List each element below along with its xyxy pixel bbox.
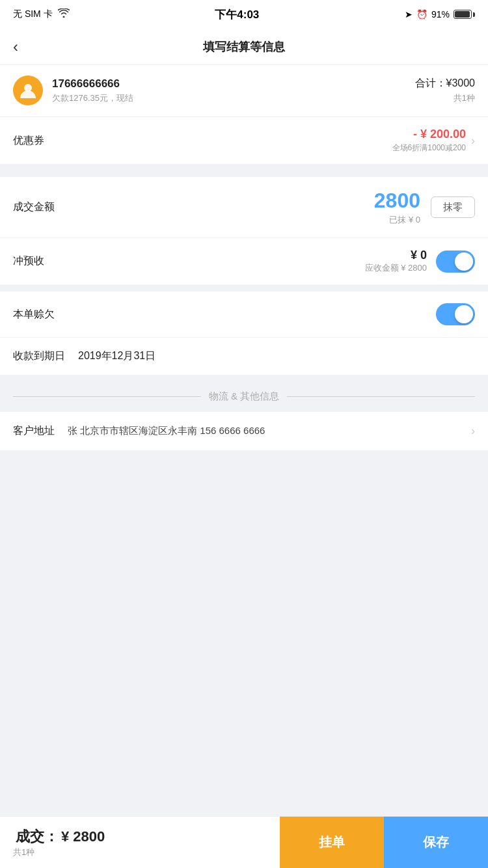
amount-row: 成交金额 2800 已抹 ¥ 0 抹零 <box>13 177 475 237</box>
due-label: 收款到期日 <box>13 349 65 363</box>
wifi-icon <box>58 8 70 20</box>
address-row[interactable]: 客户地址 张 北京市市辖区海淀区永丰南 156 6666 6666 › <box>0 412 488 450</box>
prepay-amount: ¥ 0 <box>411 249 427 262</box>
amount-section: 成交金额 2800 已抹 ¥ 0 抹零 <box>0 177 488 237</box>
amount-label: 成交金额 <box>13 200 55 214</box>
coupon-label: 优惠券 <box>13 134 44 148</box>
save-button[interactable]: 保存 <box>384 817 488 869</box>
page-title: 填写结算等信息 <box>203 39 285 55</box>
coupon-row[interactable]: 优惠券 - ¥ 200.00 全场6折满1000减200 › <box>0 116 488 164</box>
prepay-right: ¥ 0 应收金额 ¥ 2800 <box>365 249 475 274</box>
address-chevron: › <box>471 424 475 438</box>
hang-button[interactable]: 挂单 <box>280 817 384 869</box>
user-phone: 17666666666 <box>52 77 415 90</box>
user-total: 合计：¥3000 共1种 <box>415 77 476 104</box>
user-row: 17666666666 欠款1276.35元，现结 合计：¥3000 共1种 <box>0 65 488 116</box>
divider-2 <box>0 285 488 292</box>
user-sub: 欠款1276.35元，现结 <box>52 92 415 104</box>
logistics-label: 物流 & 其他信息 <box>209 390 279 403</box>
bottom-count: 共1种 <box>13 847 267 858</box>
prepay-toggle[interactable] <box>436 251 475 273</box>
amount-row-right: 2800 已抹 ¥ 0 抹零 <box>374 189 475 226</box>
no-sim-text: 无 SIM 卡 <box>13 8 53 20</box>
credit-row: 本单赊欠 <box>0 292 488 337</box>
battery-percent: 91% <box>431 9 450 20</box>
coupon-desc: 全场6折满1000减200 <box>392 142 466 154</box>
gray-spacer <box>0 450 488 515</box>
content: 17666666666 欠款1276.35元，现结 合计：¥3000 共1种 优… <box>0 65 488 567</box>
battery-icon <box>454 10 475 19</box>
user-info: 17666666666 欠款1276.35元，现结 <box>52 77 415 104</box>
coupon-chevron: › <box>471 134 475 148</box>
avatar <box>13 75 43 105</box>
prepay-sub: 应收金额 ¥ 2800 <box>365 262 427 274</box>
prepay-amount-col: ¥ 0 应收金额 ¥ 2800 <box>365 249 427 274</box>
divider-3 <box>0 375 488 381</box>
back-button[interactable]: ‹ <box>13 38 18 56</box>
bottom-summary: 成交：¥ 2800 共1种 <box>0 827 280 858</box>
alarm-icon: ⏰ <box>416 9 427 20</box>
coupon-right: - ¥ 200.00 全场6折满1000减200 <box>392 128 466 154</box>
total-amount: 合计：¥3000 <box>415 77 476 90</box>
logistics-section: 物流 & 其他信息 <box>0 381 488 412</box>
round-button[interactable]: 抹零 <box>431 197 475 218</box>
divider-line-left <box>13 396 201 397</box>
bottom-deal: 成交：¥ 2800 <box>13 827 267 847</box>
credit-label: 本单赊欠 <box>13 308 55 321</box>
divider-line-right <box>287 396 475 397</box>
user-card: 17666666666 欠款1276.35元，现结 合计：¥3000 共1种 优… <box>0 65 488 164</box>
status-left: 无 SIM 卡 <box>13 8 70 20</box>
nav-bar: ‹ 填写结算等信息 <box>0 29 488 65</box>
total-sub: 共1种 <box>415 92 476 104</box>
prepay-row: 冲预收 ¥ 0 应收金额 ¥ 2800 <box>0 238 488 285</box>
address-label: 客户地址 <box>13 424 55 438</box>
status-bar: 无 SIM 卡 下午4:03 ➤ ⏰ 91% <box>0 0 488 29</box>
amount-value: 2800 <box>374 189 420 213</box>
coupon-discount: - ¥ 200.00 <box>413 128 466 141</box>
amount-col: 2800 已抹 ¥ 0 <box>374 189 420 226</box>
status-right: ➤ ⏰ 91% <box>405 9 475 20</box>
due-date-row: 收款到期日 2019年12月31日 <box>0 338 488 375</box>
prepay-label: 冲预收 <box>13 254 44 268</box>
status-time: 下午4:03 <box>215 7 259 22</box>
divider-1 <box>0 170 488 177</box>
location-icon: ➤ <box>405 9 413 20</box>
credit-toggle[interactable] <box>436 303 475 325</box>
bottom-bar: 成交：¥ 2800 共1种 挂单 保存 <box>0 816 488 868</box>
address-value: 张 北京市市辖区海淀区永丰南 156 6666 6666 <box>68 424 466 439</box>
due-value: 2019年12月31日 <box>78 349 156 363</box>
amount-erased: 已抹 ¥ 0 <box>389 214 420 226</box>
